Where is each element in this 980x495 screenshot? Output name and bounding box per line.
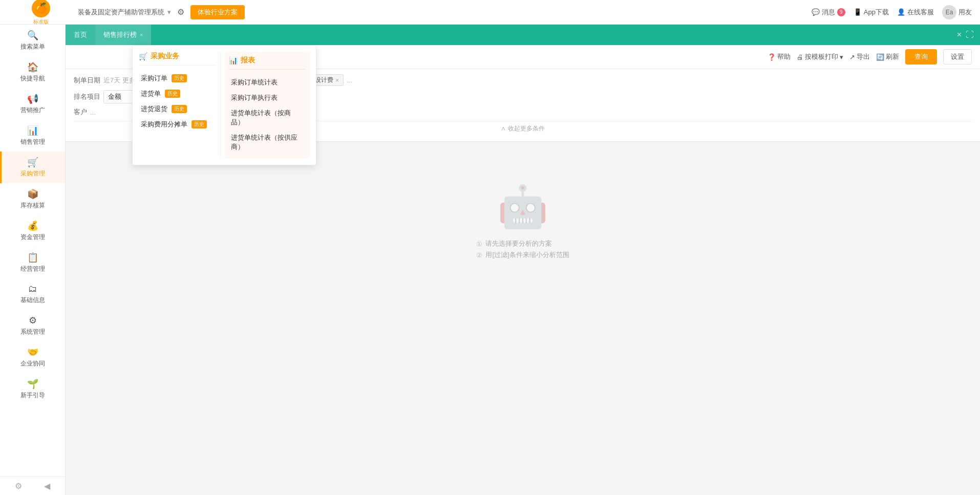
tab-sales-ranking[interactable]: 销售排行榜 × [95, 25, 151, 45]
purchase-section-title: 🛒 采购业务 [139, 52, 216, 66]
sidebar-item-search[interactable]: 🔍 搜索菜单 [0, 25, 65, 56]
customer-filter: 客户 ... [74, 107, 96, 117]
message-button[interactable]: 💬 消息 9 [812, 8, 845, 17]
purchase-icon: 🛒 [27, 157, 38, 168]
sidebar-item-label: 销售管理 [20, 138, 45, 146]
export-button[interactable]: ↗ 导出 [849, 52, 870, 61]
print-label: 按模板打印 [805, 52, 838, 61]
sidebar-item-label: 快捷导航 [20, 74, 45, 83]
sidebar-item-inventory[interactable]: 📦 库存核算 [0, 183, 65, 215]
sidebar-item-basic-info[interactable]: 🗂 基础信息 [0, 278, 65, 310]
user-menu[interactable]: Ea 用友 [942, 5, 972, 19]
message-label: 消息 [822, 8, 835, 17]
rank-label: 排名项目 [74, 92, 100, 101]
tab-bar: 首页 销售排行榜 × × ⛶ [66, 25, 980, 45]
industry-btn[interactable]: 体验行业方案 [190, 5, 245, 19]
help-icon: ❓ [768, 53, 776, 61]
customer-more[interactable]: ... [90, 109, 96, 116]
app-download-label: App下载 [864, 8, 889, 17]
customer-label: 客户 [74, 107, 87, 117]
menu-item-label: 采购订单统计表 [231, 78, 278, 87]
sidebar-item-enterprise[interactable]: 🤝 企业协同 [0, 341, 65, 373]
query-button[interactable]: 查询 [905, 49, 937, 64]
online-service-button[interactable]: 👤 在线客服 [897, 8, 934, 17]
message-badge: 9 [837, 8, 845, 16]
sidebar-item-sales[interactable]: 📊 销售管理 [0, 120, 65, 152]
menu-item-label: 进货单统计表（按供应商） [231, 133, 304, 152]
enterprise-icon: 🤝 [27, 347, 38, 358]
date-label: 制单日期 [74, 76, 100, 85]
sidebar-item-label: 采购管理 [20, 169, 45, 178]
sidebar-item-beginner[interactable]: 🌱 新手引导 [0, 373, 65, 405]
empty-state: 🤖 ① 请先选择要分析的方案 ② 用[过滤]条件来缩小分析范围 [66, 142, 980, 303]
menu-item-purchase-receipt[interactable]: 进货单 历史 [139, 86, 216, 101]
collapse-icon: ∧ [501, 125, 506, 132]
tab-fullscreen-icon[interactable]: ⛶ [966, 30, 974, 39]
sidebar-item-quick-nav[interactable]: 🏠 快捷导航 [0, 56, 65, 88]
empty-num1: ① [476, 240, 482, 248]
refresh-button[interactable]: 🔄 刷新 [876, 52, 899, 61]
sidebar-item-label: 库存核算 [20, 201, 45, 210]
goods-tag-close-icon[interactable]: × [335, 77, 339, 84]
print-dropdown-icon[interactable]: ▾ [840, 53, 843, 61]
tab-home-label: 首页 [74, 30, 87, 39]
menu-item-purchase-expense[interactable]: 采购费用分摊单 历史 [139, 117, 216, 132]
export-icon: ↗ [849, 53, 855, 61]
menu-item-order-exec[interactable]: 采购订单执行表 [229, 90, 306, 105]
purchase-section-label: 采购业务 [151, 52, 179, 61]
basic-info-icon: 🗂 [28, 284, 37, 294]
tab-close-icon[interactable]: × [140, 32, 143, 38]
system-title: 装备及固定资产辅助管理系统 [78, 8, 164, 17]
service-icon: 👤 [897, 8, 905, 16]
help-button[interactable]: ❓ 帮助 [768, 52, 791, 61]
beginner-icon: 🌱 [27, 378, 38, 390]
sidebar-collapse-icon[interactable]: ◀ [44, 481, 50, 491]
goods-more[interactable]: ... [347, 76, 352, 84]
sales-icon: 📊 [27, 125, 38, 136]
refresh-label: 刷新 [886, 52, 899, 61]
report-section-icon: 📊 [229, 56, 238, 64]
sidebar-item-label: 新手引导 [20, 391, 45, 400]
menu-item-order-stats[interactable]: 采购订单统计表 [229, 75, 306, 90]
finance-icon: 💰 [27, 220, 38, 231]
sidebar-item-label: 系统管理 [20, 328, 45, 336]
menu-item-label: 进货单 [141, 89, 161, 98]
empty-num2: ② [476, 251, 482, 259]
sidebar-item-marketing[interactable]: 📢 营销推广 [0, 88, 65, 120]
menu-item-receipt-by-supplier[interactable]: 进货单统计表（按供应商） [229, 130, 306, 155]
menu-item-purchase-order[interactable]: 采购订单 历史 [139, 71, 216, 86]
print-button[interactable]: 🖨 按模板打印 ▾ [797, 52, 843, 61]
user-avatar: Ea [942, 5, 956, 19]
sidebar-item-label: 基础信息 [20, 296, 45, 305]
username-label: 用友 [958, 8, 972, 17]
message-icon: 💬 [812, 8, 820, 16]
purchase-business-section: 🛒 采购业务 采购订单 历史 进货单 历史 进货退货 [139, 52, 216, 159]
sidebar-item-purchase[interactable]: 🛒 采购管理 [0, 152, 65, 183]
sidebar-item-system[interactable]: ⚙ 系统管理 [0, 310, 65, 341]
collapse-label: 收起更多条件 [508, 125, 545, 132]
sidebar-item-label: 资金管理 [20, 233, 45, 242]
menu-item-label: 采购订单 [141, 74, 167, 83]
menu-item-badge: 历史 [191, 120, 207, 128]
app-logo: 🍊 [32, 0, 50, 17]
sidebar-item-label: 企业协同 [20, 359, 45, 368]
sidebar-item-label: 营销推广 [20, 106, 45, 115]
menu-item-receipt-by-goods[interactable]: 进货单统计表（按商品） [229, 105, 306, 130]
system-dropdown-icon[interactable]: ▾ [167, 8, 171, 16]
refresh-icon: 🔄 [876, 53, 884, 61]
sidebar-item-finance[interactable]: 💰 资金管理 [0, 215, 65, 247]
menu-item-badge: 历史 [172, 105, 187, 113]
settings-icon[interactable]: ⚙ [177, 7, 184, 17]
goods-tag-value: 设计费 [315, 76, 333, 84]
tab-home[interactable]: 首页 [66, 25, 95, 45]
tab-close-all-icon[interactable]: × [957, 30, 962, 39]
menu-item-purchase-return[interactable]: 进货退货 历史 [139, 101, 216, 117]
sidebar-settings-icon[interactable]: ⚙ [15, 481, 22, 491]
page-settings-button[interactable]: 设置 [943, 49, 972, 64]
app-download-button[interactable]: 📱 App下载 [854, 8, 889, 17]
marketing-icon: 📢 [27, 93, 38, 104]
menu-item-label: 采购费用分摊单 [141, 120, 187, 129]
online-service-label: 在线客服 [907, 8, 934, 17]
sidebar-item-operations[interactable]: 📋 经营管理 [0, 247, 65, 278]
empty-illustration: 🤖 [497, 183, 548, 231]
